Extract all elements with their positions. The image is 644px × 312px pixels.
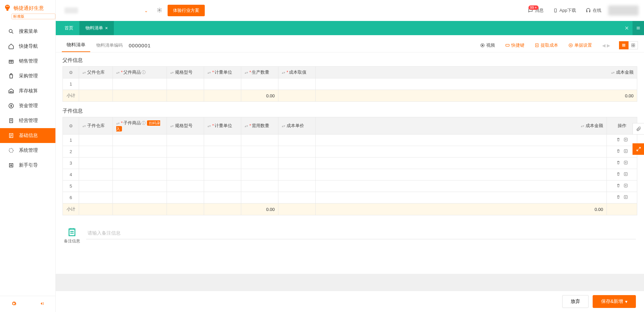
- sidebar-item-home[interactable]: 快捷导航: [0, 39, 55, 54]
- col-parent-cost-take[interactable]: ▴▾*成本取值: [278, 67, 316, 78]
- cell[interactable]: [278, 169, 316, 181]
- add-row-button[interactable]: [623, 160, 628, 166]
- delete-row-button[interactable]: [616, 160, 621, 166]
- col-child-price[interactable]: ▴▾成本单价: [278, 117, 316, 135]
- col-child-qty[interactable]: ▴▾*需用数量: [241, 117, 278, 135]
- add-row-button[interactable]: [623, 137, 628, 143]
- prev-button[interactable]: ◀: [602, 43, 605, 48]
- col-parent-qty[interactable]: ▴▾*生产数量: [241, 67, 278, 78]
- cell[interactable]: [241, 181, 278, 192]
- table-row[interactable]: 5: [63, 181, 637, 192]
- cell[interactable]: [204, 158, 241, 169]
- cell[interactable]: [241, 169, 278, 181]
- shortcut-button[interactable]: 快捷键: [503, 42, 526, 48]
- cell[interactable]: [278, 192, 316, 203]
- table-row[interactable]: 1: [63, 78, 637, 90]
- cell[interactable]: [167, 192, 204, 203]
- app-download-button[interactable]: App下载: [550, 7, 579, 14]
- table-row[interactable]: 4: [63, 169, 637, 181]
- cell[interactable]: [204, 169, 241, 181]
- sidebar-item-guide[interactable]: 新手引导: [0, 158, 55, 173]
- col-parent-cost-amt[interactable]: ▴▾成本金额: [316, 67, 637, 78]
- extract-cost-button[interactable]: 提取成本: [532, 42, 560, 48]
- video-button[interactable]: 视频: [478, 42, 497, 48]
- cell[interactable]: [316, 146, 607, 158]
- col-gear[interactable]: ⚙: [63, 117, 79, 135]
- add-row-button[interactable]: [623, 183, 628, 189]
- trial-button[interactable]: 体验行业方案: [168, 5, 205, 16]
- col-gear[interactable]: ⚙: [63, 67, 79, 78]
- col-child-spec[interactable]: ▴▾规格型号: [167, 117, 204, 135]
- card-view-button[interactable]: [628, 41, 638, 49]
- cell[interactable]: [79, 135, 113, 146]
- cell[interactable]: [278, 146, 316, 158]
- sidebar-item-purchase[interactable]: 采购管理: [0, 69, 55, 83]
- cell[interactable]: [204, 146, 241, 158]
- sidebar-item-sales[interactable]: 销售管理: [0, 54, 55, 69]
- attachment-button[interactable]: [633, 123, 644, 135]
- col-parent-warehouse[interactable]: ▴▾父件仓库: [79, 67, 113, 78]
- delete-row-button[interactable]: [616, 149, 621, 154]
- cell[interactable]: [113, 181, 167, 192]
- cell[interactable]: [79, 181, 113, 192]
- doc-settings-button[interactable]: 单据设置: [566, 42, 594, 48]
- tab-home[interactable]: 首页: [58, 21, 79, 35]
- cell[interactable]: [79, 169, 113, 181]
- sidebar-item-stock[interactable]: 库存核算: [0, 83, 55, 98]
- cell[interactable]: [278, 158, 316, 169]
- expand-button[interactable]: [633, 143, 644, 155]
- remarks-input[interactable]: [86, 227, 636, 239]
- list-view-button[interactable]: [619, 41, 628, 49]
- sidebar-item-search[interactable]: 搜索菜单: [0, 24, 55, 39]
- cell[interactable]: [167, 181, 204, 192]
- cell[interactable]: [113, 78, 167, 90]
- cell[interactable]: [316, 135, 607, 146]
- table-row[interactable]: 2: [63, 146, 637, 158]
- org-selector[interactable]: ⌄: [61, 5, 151, 16]
- cell[interactable]: [167, 135, 204, 146]
- cell[interactable]: [79, 192, 113, 203]
- cell[interactable]: [316, 192, 607, 203]
- cell[interactable]: [204, 181, 241, 192]
- settings-button[interactable]: [0, 296, 28, 312]
- cell[interactable]: [278, 78, 316, 90]
- cell[interactable]: [241, 78, 278, 90]
- cell[interactable]: [113, 192, 167, 203]
- cell[interactable]: [241, 158, 278, 169]
- add-row-button[interactable]: [623, 172, 628, 177]
- col-child-cost-amt[interactable]: ▴▾成本金额: [316, 117, 607, 135]
- col-child-unit[interactable]: ▴▾*计量单位: [204, 117, 241, 135]
- cell[interactable]: [316, 181, 607, 192]
- help-icon[interactable]: ⓘ: [142, 70, 146, 75]
- close-icon[interactable]: ×: [105, 25, 108, 31]
- cell[interactable]: [113, 146, 167, 158]
- cell[interactable]: [79, 78, 113, 90]
- cell[interactable]: [241, 192, 278, 203]
- logo[interactable]: 畅捷通好生意: [0, 0, 55, 14]
- org-settings-button[interactable]: [155, 6, 164, 15]
- panel-tab-bom[interactable]: 物料清单: [62, 39, 90, 52]
- cell[interactable]: [278, 135, 316, 146]
- add-row-button[interactable]: [623, 195, 628, 200]
- tab-menu-button[interactable]: [633, 21, 644, 35]
- table-row[interactable]: 3: [63, 158, 637, 169]
- cell[interactable]: [204, 192, 241, 203]
- cell[interactable]: [204, 78, 241, 90]
- cell[interactable]: [167, 78, 204, 90]
- user-avatar-blurred[interactable]: [608, 5, 639, 16]
- cell[interactable]: [316, 78, 637, 90]
- cell[interactable]: [241, 146, 278, 158]
- discard-button[interactable]: 放弃: [562, 295, 589, 308]
- sidebar-item-system[interactable]: 系统管理: [0, 143, 55, 158]
- col-parent-spec[interactable]: ▴▾规格型号: [167, 67, 204, 78]
- cell[interactable]: [113, 169, 167, 181]
- delete-row-button[interactable]: [616, 183, 621, 189]
- sidebar-item-base[interactable]: 基础信息: [0, 128, 55, 143]
- delete-row-button[interactable]: [616, 172, 621, 177]
- col-parent-product[interactable]: ▴▾*父件商品ⓘ: [113, 67, 167, 78]
- tab-close-all-button[interactable]: [621, 21, 633, 35]
- cell[interactable]: [316, 169, 607, 181]
- cell[interactable]: [316, 158, 607, 169]
- col-child-product[interactable]: ▴▾*子件商品ⓘ扫码录入: [113, 117, 167, 135]
- col-child-warehouse[interactable]: ▴▾子件仓库: [79, 117, 113, 135]
